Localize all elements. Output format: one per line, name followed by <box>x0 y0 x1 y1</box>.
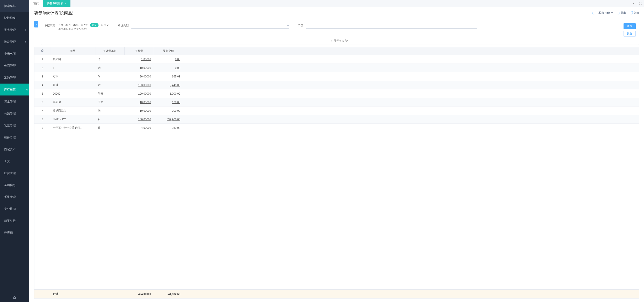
col-unit[interactable]: 主计量单位 <box>95 47 124 55</box>
sidebar-item-label: 资金管理 <box>4 100 16 104</box>
cell-qty[interactable]: 100.00000 <box>124 89 154 98</box>
cell-amount[interactable]: 952.00 <box>154 124 183 132</box>
sidebar-item-13[interactable]: 工资 <box>0 155 29 167</box>
cell-idx: 9 <box>34 124 50 132</box>
cell-amount[interactable]: 120.00 <box>154 98 183 107</box>
col-spacer <box>183 47 639 55</box>
sidebar-item-5[interactable]: 电商管理 <box>0 60 29 72</box>
cell-amount[interactable]: 0.00 <box>154 64 183 72</box>
filter-collapse-button[interactable] <box>34 21 38 28</box>
sidebar-item-2[interactable]: 零售管理▾ <box>0 24 29 36</box>
cell-qty[interactable]: 4.00000 <box>124 124 154 132</box>
tab-current[interactable]: 要货单统计表 × <box>43 0 71 7</box>
store-select[interactable]: ⋯ <box>306 23 477 29</box>
sidebar-item-8[interactable]: 资金管理 <box>0 96 29 107</box>
print-button[interactable]: 按模板打印 <box>592 11 613 15</box>
date-last-month[interactable]: 上月 <box>58 23 63 27</box>
cell-amount[interactable]: 1,000.00 <box>154 89 183 98</box>
filter-date-label: 单据日期 <box>44 23 55 28</box>
expand-filters-button[interactable]: 展开更多条件 <box>44 38 636 45</box>
cell-unit: 件 <box>95 124 124 132</box>
cell-amount[interactable]: 539,900.00 <box>154 115 183 124</box>
sidebar-item-19[interactable]: 云应用 <box>0 227 29 239</box>
sidebar-item-16[interactable]: 系统管理 <box>0 191 29 203</box>
table-row[interactable]: 4咖啡米163.000002,445.00 <box>34 81 639 89</box>
sidebar-item-label: 新手引导 <box>4 219 16 223</box>
cell-amount[interactable]: 200.00 <box>154 107 183 115</box>
cell-qty[interactable]: 163.00000 <box>124 81 154 89</box>
export-label: 导出 <box>620 11 626 15</box>
sidebar-item-12[interactable]: 固定资产 <box>0 143 29 155</box>
cell-amount[interactable]: 0.00 <box>154 55 183 64</box>
gear-icon <box>41 49 44 52</box>
date-this-year[interactable]: 本年 <box>73 23 78 27</box>
cell-qty[interactable]: 100.00000 <box>124 115 154 124</box>
sidebar-item-label: 总账管理 <box>4 112 16 116</box>
col-amount[interactable]: 零售金额 <box>154 47 183 55</box>
cell-amount[interactable]: 2,445.00 <box>154 81 183 89</box>
query-button[interactable]: 查询 <box>624 23 636 29</box>
cell-qty[interactable]: 10.00000 <box>124 64 154 72</box>
date-more-pill[interactable]: 更多 <box>90 23 98 27</box>
sidebar-item-9[interactable]: 总账管理 <box>0 107 29 119</box>
sidebar-item-18[interactable]: 新手引导 <box>0 215 29 227</box>
tab-home[interactable]: 首页 <box>29 0 43 7</box>
sidebar-item-7[interactable]: 库存核算 <box>0 84 29 96</box>
refresh-button[interactable]: 刷新 <box>630 11 639 15</box>
col-qty[interactable]: 主数量 <box>124 47 154 55</box>
table-row[interactable]: 1奥迪路个1.000000.00 <box>34 55 639 64</box>
table-settings-header[interactable] <box>34 47 50 55</box>
sidebar-item-label: 零售管理 <box>4 28 16 32</box>
table-row[interactable]: 8小米12 Pro台100.00000539,900.00 <box>34 115 639 124</box>
sidebar-item-label: 云应用 <box>4 231 13 235</box>
cell-amount[interactable]: 365.63 <box>154 72 183 81</box>
cell-qty[interactable]: 1.00000 <box>124 55 154 64</box>
sidebar-item-6[interactable]: 采购管理 <box>0 72 29 84</box>
cell-qty[interactable]: 26.00000 <box>124 72 154 81</box>
chevron-down-icon <box>611 13 613 14</box>
cell-unit: 米 <box>95 81 124 89</box>
sidebar-settings-button[interactable] <box>0 293 29 302</box>
table-footer-row: 合计 424.00000 544,982.63 <box>34 289 639 298</box>
data-table: 商品 主计量单位 主数量 零售金额 1奥迪路个1.000000.0021米10.… <box>34 47 639 299</box>
cell-idx: 5 <box>34 89 50 98</box>
sidebar-item-1[interactable]: 快捷导航 <box>0 12 29 24</box>
cell-qty[interactable]: 10.00000 <box>124 107 154 115</box>
table-row[interactable]: 3可乐米26.00000365.63 <box>34 72 639 81</box>
expand-label: 展开更多条件 <box>334 39 350 43</box>
table-row[interactable]: 21米10.000000.00 <box>34 64 639 72</box>
date-last7[interactable]: 近7天 <box>81 23 88 27</box>
table-row[interactable]: 7测试商品名米10.00000200.00 <box>34 107 639 115</box>
sidebar-item-0[interactable]: 搜索菜单 <box>0 0 29 12</box>
table-row[interactable]: 500000千克100.000001,000.00 <box>34 89 639 98</box>
double-chevron-down-icon <box>330 40 332 42</box>
chevron-down-icon: ▾ <box>25 41 26 43</box>
cell-name: 1 <box>50 64 95 72</box>
filter-store-label: 门店 <box>298 23 303 28</box>
sidebar-item-11[interactable]: 税务管理 <box>0 131 29 143</box>
cell-name: 奥迪路 <box>50 55 95 64</box>
export-button[interactable]: 导出 <box>616 11 626 15</box>
filter-date: 单据日期 上月 本月 本年 近7天 更多 自定义 2021-09-20 至 20… <box>44 23 109 31</box>
date-this-month[interactable]: 本月 <box>66 23 71 27</box>
sidebar-item-14[interactable]: 经营管理 <box>0 167 29 179</box>
sidebar-item-15[interactable]: 基础信息 <box>0 179 29 191</box>
col-product[interactable]: 商品 <box>50 47 95 55</box>
settings-button[interactable]: 设置 <box>624 31 636 37</box>
tabbar: 首页 要货单统计表 × × <box>29 0 644 7</box>
sidebar-item-label: 采购管理 <box>4 76 16 80</box>
fullscreen-button[interactable] <box>638 1 643 6</box>
filter-store: 门店 ⋯ <box>298 23 477 29</box>
sidebar-item-3[interactable]: 批发管理▾ <box>0 36 29 48</box>
billtype-select[interactable] <box>132 23 289 29</box>
cell-idx: 2 <box>34 64 50 72</box>
date-custom[interactable]: 自定义 <box>101 23 109 27</box>
tab-close-all-button[interactable]: × <box>631 1 636 6</box>
close-icon[interactable]: × <box>65 2 66 5</box>
sidebar-item-17[interactable]: 企业协同 <box>0 203 29 215</box>
sidebar-item-10[interactable]: 发票管理 <box>0 119 29 131</box>
sidebar-item-4[interactable]: 小畅电商 <box>0 48 29 60</box>
cell-qty[interactable]: 10.00000 <box>124 98 154 107</box>
table-row[interactable]: 9卡伊莱中老年女装妈妈...件4.00000952.00 <box>34 124 639 132</box>
table-row[interactable]: 6碎花裙千克10.00000120.00 <box>34 98 639 107</box>
